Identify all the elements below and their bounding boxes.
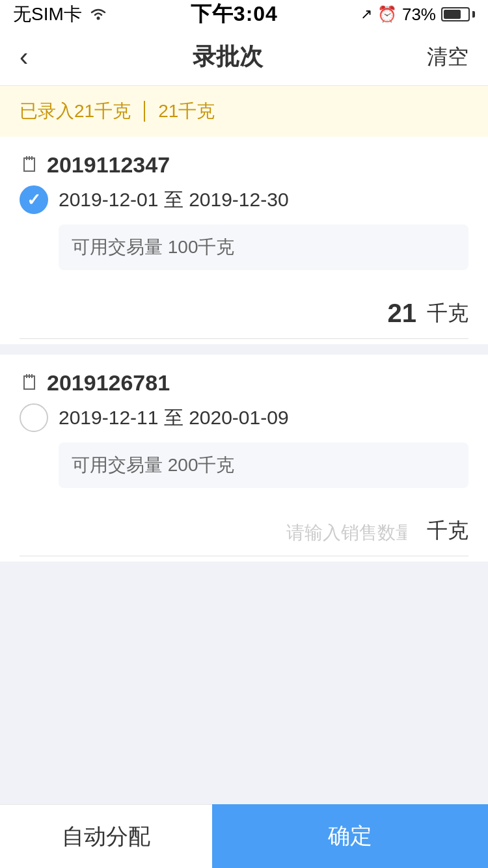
batch-avail-1: 可用交易量 100千克 xyxy=(59,224,468,270)
input-row-1: 21 千克 xyxy=(0,286,488,338)
nav-bar: ‹ 录批次 清空 xyxy=(0,29,488,86)
batch-header-1: 🗒 2019112347 xyxy=(20,152,468,178)
battery-percent: 73% xyxy=(402,5,436,25)
location-icon: ↗ xyxy=(360,6,372,23)
batch-doc-icon-2: 🗒 xyxy=(20,371,40,395)
page-title: 录批次 xyxy=(193,41,263,73)
auto-distribute-button[interactable]: 自动分配 xyxy=(0,804,212,868)
batch-date-2: 2019-12-11 至 2020-01-09 xyxy=(59,405,289,431)
total-label: 21千克 xyxy=(158,99,215,124)
batch-doc-icon-1: 🗒 xyxy=(20,153,40,177)
input-underline-2 xyxy=(20,556,468,556)
check-icon-1: ✓ xyxy=(27,190,41,210)
qty-value-1: 21 xyxy=(388,299,417,328)
status-bar: 无SIM卡 下午3:04 ↗ ⏰ 73% xyxy=(0,0,488,29)
qty-unit-1: 千克 xyxy=(427,299,468,328)
input-underline-1 xyxy=(20,338,468,339)
info-divider xyxy=(144,101,145,122)
bottom-bar: 自动分配 确定 xyxy=(0,804,488,868)
input-row-2: 千克 xyxy=(0,504,488,556)
carrier-label: 无SIM卡 xyxy=(13,2,82,27)
confirm-button[interactable]: 确定 xyxy=(212,804,488,868)
batch-item-2: 🗒 2019126781 2019-12-11 至 2020-01-09 可用交… xyxy=(0,355,488,504)
batch-id-1: 2019112347 xyxy=(47,152,170,178)
batch-avail-2: 可用交易量 200千克 xyxy=(59,442,468,488)
qty-row-2: 千克 xyxy=(0,504,488,562)
qty-row-1: 21 千克 xyxy=(0,286,488,344)
status-time: 下午3:04 xyxy=(191,0,278,29)
status-right: ↗ ⏰ 73% xyxy=(360,5,475,25)
battery-icon xyxy=(441,7,475,21)
batch-item-1: 🗒 2019112347 ✓ 2019-12-01 至 2019-12-30 可… xyxy=(0,137,488,286)
qty-unit-2: 千克 xyxy=(427,517,468,545)
batch-date-row-1: ✓ 2019-12-01 至 2019-12-30 xyxy=(20,185,468,214)
batch-header-2: 🗒 2019126781 xyxy=(20,370,468,396)
info-banner: 已录入21千克 21千克 xyxy=(0,86,488,137)
svg-point-0 xyxy=(96,17,100,20)
recorded-label: 已录入21千克 xyxy=(20,99,131,124)
clear-button[interactable]: 清空 xyxy=(427,43,468,72)
batch-date-1: 2019-12-01 至 2019-12-30 xyxy=(59,187,289,213)
radio-1[interactable]: ✓ xyxy=(20,185,48,214)
alarm-icon: ⏰ xyxy=(377,5,397,23)
back-button[interactable]: ‹ xyxy=(20,42,28,72)
batch-id-2: 2019126781 xyxy=(47,370,170,396)
qty-input-2[interactable] xyxy=(286,517,416,545)
radio-2[interactable] xyxy=(20,403,48,432)
wifi-icon xyxy=(88,4,108,25)
batch-date-row-2: 2019-12-11 至 2020-01-09 xyxy=(20,403,468,432)
status-left: 无SIM卡 xyxy=(13,2,108,27)
